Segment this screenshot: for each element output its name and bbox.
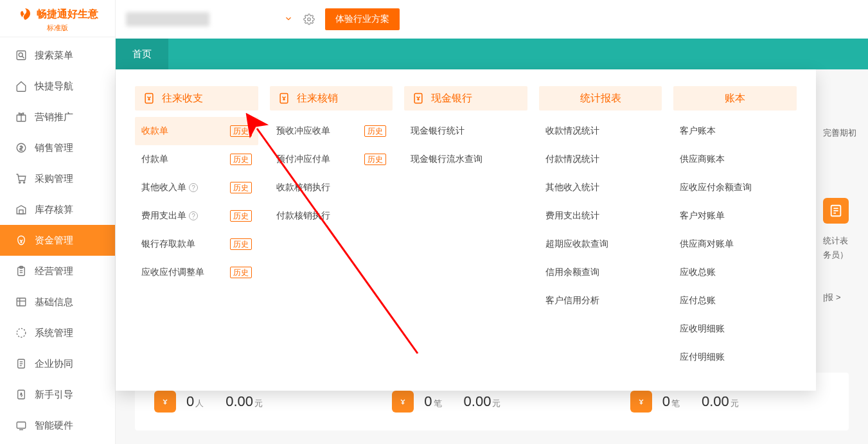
sidebar-item-label: 采购管理 <box>35 173 73 185</box>
report-icon[interactable] <box>823 198 849 224</box>
sidebar-item-0[interactable]: 搜索菜单 <box>0 40 115 71</box>
sidebar-item-7[interactable]: 经营管理 <box>0 256 115 287</box>
mega-menu-item[interactable]: 现金银行统计 <box>404 117 527 145</box>
sidebar-item-3[interactable]: 销售管理 <box>0 132 115 163</box>
help-icon[interactable]: ? <box>189 183 198 192</box>
mega-menu-item-label: 现金银行流水查询 <box>411 154 483 165</box>
mega-menu-item-label: 客户账本 <box>680 125 716 137</box>
mega-menu-item-label: 客户对账单 <box>680 210 725 222</box>
sidebar-nav: 搜索菜单快捷导航营销推广销售管理采购管理库存核算资金管理经营管理基础信息系统管理… <box>0 37 115 441</box>
mega-menu-item[interactable]: 费用支出单?历史 <box>135 202 258 230</box>
stat-amount: 0.00元 <box>226 393 263 410</box>
mega-menu-item-label: 客户信用分析 <box>545 295 599 306</box>
history-tag[interactable]: 历史 <box>230 267 252 278</box>
tab-home[interactable]: 首页 <box>116 39 168 69</box>
sidebar-item-12[interactable]: 智能硬件 <box>0 410 115 441</box>
mega-menu-item-label: 银行存取款单 <box>141 238 195 250</box>
sidebar-item-5[interactable]: 库存核算 <box>0 194 115 225</box>
sidebar-item-label: 企业协同 <box>35 358 73 370</box>
sidebar-item-9[interactable]: 系统管理 <box>0 317 115 348</box>
history-tag[interactable]: 历史 <box>364 125 386 137</box>
mega-menu-item[interactable]: 费用支出统计 <box>539 202 662 230</box>
sidebar-item-label: 经营管理 <box>35 265 73 278</box>
history-tag[interactable]: 历史 <box>230 238 252 250</box>
doc-yen-icon <box>143 92 155 105</box>
mega-menu-item[interactable]: 供应商账本 <box>673 145 797 173</box>
mega-menu-item[interactable]: 收款情况统计 <box>539 117 662 145</box>
guide-icon <box>15 389 27 400</box>
mega-menu-item[interactable]: 应收明细账 <box>673 315 797 343</box>
mega-menu-item[interactable]: 其他收入单?历史 <box>135 173 258 202</box>
mega-menu-item[interactable]: 超期应收款查询 <box>539 230 662 258</box>
mega-menu-item-label: 收款情况统计 <box>545 125 599 137</box>
svg-rect-23 <box>17 422 26 429</box>
doc-icon <box>15 358 27 369</box>
mega-menu-item[interactable]: 客户账本 <box>673 117 797 145</box>
mega-menu-item-label: 费用支出统计 <box>545 210 599 222</box>
mega-menu-item[interactable]: 客户信用分析 <box>539 287 662 315</box>
mega-menu-header-label: 账本 <box>725 92 745 105</box>
mega-menu-item[interactable]: 预付冲应付单历史 <box>270 145 393 173</box>
mega-menu-item-label: 付款情况统计 <box>545 154 599 165</box>
brand-logo-icon <box>17 6 33 22</box>
hint-stat-table-a: 统计表 <box>823 235 848 247</box>
stat-icon <box>630 391 652 413</box>
mega-menu-header: 统计报表 <box>539 86 662 111</box>
search-menu-icon <box>15 49 27 61</box>
mega-menu-item[interactable]: 应付总账 <box>673 287 797 315</box>
mega-menu-item[interactable]: 付款核销执行 <box>270 202 393 230</box>
org-selector[interactable] <box>126 12 293 26</box>
sidebar-item-11[interactable]: 新手引导 <box>0 379 115 410</box>
history-tag[interactable]: 历史 <box>364 154 386 165</box>
sidebar-item-10[interactable]: 企业协同 <box>0 348 115 379</box>
stat-count: 0笔 <box>424 393 441 410</box>
history-tag[interactable]: 历史 <box>230 210 252 222</box>
mega-menu-item-label: 收款核销执行 <box>276 182 330 193</box>
svg-point-6 <box>19 182 21 183</box>
mega-menu-item[interactable]: 现金银行流水查询 <box>404 145 527 173</box>
history-tag[interactable]: 历史 <box>230 125 252 137</box>
mega-menu-item[interactable]: 应付明细账 <box>673 343 797 371</box>
brand-block: 畅捷通好生意 标准版 <box>0 0 115 37</box>
mega-menu-item[interactable]: 银行存取款单历史 <box>135 230 258 258</box>
mega-menu-item[interactable]: 应收应付调整单历史 <box>135 258 258 287</box>
stat-icon <box>154 391 176 413</box>
help-icon[interactable]: ? <box>189 211 198 220</box>
tv-icon <box>15 420 27 431</box>
stat-count: 0人 <box>186 393 204 410</box>
mega-menu-item[interactable]: 供应商对账单 <box>673 230 797 258</box>
sidebar-item-2[interactable]: 营销推广 <box>0 102 115 132</box>
sidebar-item-1[interactable]: 快捷导航 <box>0 71 115 102</box>
history-tag[interactable]: 历史 <box>230 182 252 193</box>
mega-menu-item[interactable]: 应收应付余额查询 <box>673 173 797 202</box>
sidebar-item-4[interactable]: 采购管理 <box>0 163 115 194</box>
svg-line-2 <box>22 57 24 58</box>
mega-menu-item[interactable]: 应收总账 <box>673 258 797 287</box>
mega-menu-item[interactable]: 收款单历史 <box>135 117 258 145</box>
mega-menu-item[interactable]: 其他收入统计 <box>539 173 662 202</box>
hint-report-link[interactable]: |报 > <box>823 292 841 303</box>
doc-yen-icon <box>412 92 425 105</box>
brand-title: 畅捷通好生意 <box>37 8 98 21</box>
mega-menu-item[interactable]: 信用余额查询 <box>539 258 662 287</box>
home-icon <box>15 80 27 92</box>
history-tag[interactable]: 历史 <box>230 154 252 165</box>
svg-point-7 <box>23 182 24 183</box>
sidebar-item-label: 营销推广 <box>35 111 73 123</box>
mega-menu-item[interactable]: 客户对账单 <box>673 202 797 230</box>
sidebar-item-6[interactable]: 资金管理 <box>0 225 115 256</box>
hint-perfect-opening: 完善期初 <box>823 127 856 139</box>
sidebar-item-label: 新手引导 <box>35 389 73 401</box>
brand-subtitle: 标准版 <box>47 23 68 33</box>
mega-menu-header: 现金银行 <box>404 86 527 111</box>
mega-menu-item[interactable]: 付款情况统计 <box>539 145 662 173</box>
stat-amount: 0.00元 <box>464 393 501 410</box>
svg-point-22 <box>21 393 22 395</box>
sidebar-item-8[interactable]: 基础信息 <box>0 287 115 317</box>
settings-button[interactable] <box>301 11 317 28</box>
mega-menu-item[interactable]: 预收冲应收单历史 <box>270 117 393 145</box>
mega-menu-item[interactable]: 付款单历史 <box>135 145 258 173</box>
cta-button[interactable]: 体验行业方案 <box>325 8 400 30</box>
mega-menu-item[interactable]: 收款核销执行 <box>270 173 393 202</box>
mega-menu-col-0: 往来收支收款单历史付款单历史其他收入单?历史费用支出单?历史银行存取款单历史应收… <box>135 86 258 374</box>
